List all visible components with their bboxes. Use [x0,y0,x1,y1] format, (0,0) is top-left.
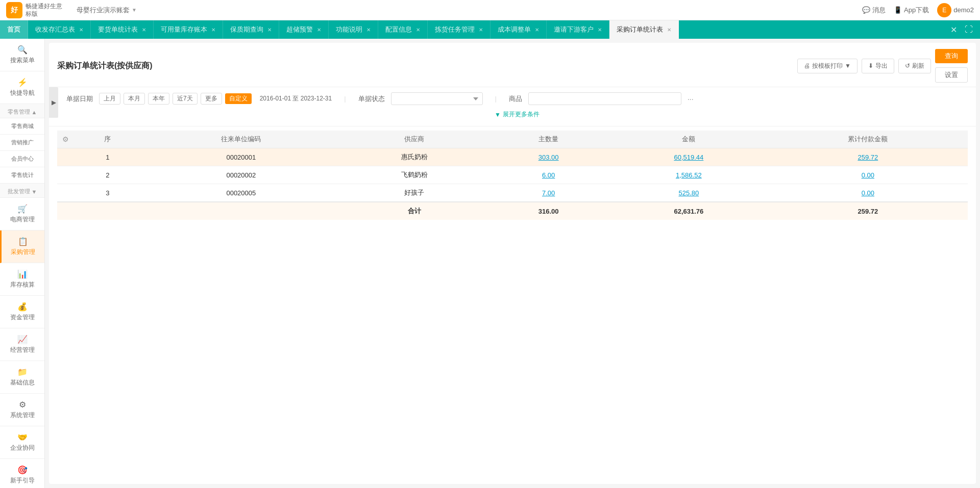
row3-paid-amount[interactable]: 0.00 [768,184,968,202]
tab-function-desc[interactable]: 功能说明 ✕ [329,20,378,39]
row2-settings [57,166,74,184]
table-settings-icon[interactable]: ⚙ [62,135,69,143]
query-button[interactable]: 查询 [935,49,968,63]
close-tab-config-info[interactable]: ✕ [416,27,420,33]
sidebar-item-purchase[interactable]: 📋 采购管理 [0,230,44,263]
export-button[interactable]: ⬇ 导出 [862,59,894,73]
sidebar-item-quick-nav[interactable]: ⚡ 快捷导航 [0,71,44,104]
user-area[interactable]: E demo2 [937,3,974,17]
top-bar-right: 💬 消息 📱 App下载 E demo2 [862,3,974,17]
sidebar: 🔍 搜索菜单 ⚡ 快捷导航 零售管理 ▲ 零售商城 营销推广 会员中心 零售统计… [0,39,45,488]
row2-paid-amount[interactable]: 0.00 [768,166,968,184]
close-tab-validity-query[interactable]: ✕ [267,27,272,33]
workspace-arrow-icon: ▼ [132,7,137,13]
date-range-text: 2016-01-01 至 2023-12-31 [260,94,332,103]
tab-home[interactable]: 首页 [0,20,28,39]
sidebar-item-system[interactable]: ⚙ 系统管理 [0,394,44,426]
message-button[interactable]: 💬 消息 [862,6,886,15]
close-tab-order-stats[interactable]: ✕ [142,27,146,33]
close-tab-invite-downstream[interactable]: ✕ [598,27,602,33]
row2-amount[interactable]: 1,586.52 [609,166,768,184]
tab-config-info[interactable]: 配置信息 ✕ [378,20,428,39]
sidebar-item-retail-stats[interactable]: 零售统计 [0,167,44,184]
print-button[interactable]: 🖨 按模板打印 ▼ [797,59,857,73]
user-avatar: E [937,3,951,17]
sidebar-section-retail[interactable]: 零售管理 ▲ [0,104,44,118]
operations-icon: 📈 [0,335,44,344]
custom-badge: 自定义 [225,93,252,104]
close-tab-cost-adjust[interactable]: ✕ [535,27,539,33]
tab-overstock-warning[interactable]: 超储预警 ✕ [279,20,329,39]
close-tab-purchase-order-stats[interactable]: ✕ [667,27,671,33]
expand-more-row: ▼ 展开更多条件 [66,105,968,121]
sidebar-item-search[interactable]: 🔍 搜索菜单 [0,39,44,71]
close-tab-pick-task[interactable]: ✕ [479,27,483,33]
table-body: 1 00020001 惠氏奶粉 303.00 60,519.44 259.72 … [57,148,968,202]
close-tab-overstock-warning[interactable]: ✕ [317,27,321,33]
close-all-tabs-button[interactable]: ✕ [946,22,961,37]
tab-order-stats[interactable]: 要货单统计表 ✕ [91,20,154,39]
footer-amount: 62,631.76 [609,202,768,220]
row1-main-qty[interactable]: 303.00 [487,148,609,166]
tab-validity-query[interactable]: 保质期查询 ✕ [223,20,279,39]
top-bar-left: 好 畅捷通好生意 标版 母婴行业演示账套 ▼ [6,2,137,18]
print-arrow-icon: ▼ [845,62,851,69]
row3-amount[interactable]: 525.80 [609,184,768,202]
date-btn-more[interactable]: 更多 [201,93,222,105]
sidebar-item-basic-info[interactable]: 📁 基础信息 [0,361,44,394]
sidebar-item-retail-store[interactable]: 零售商城 [0,118,44,135]
tab-cost-adjust[interactable]: 成本调整单 ✕ [491,20,547,39]
goods-input[interactable] [528,92,681,105]
row1-paid-amount[interactable]: 259.72 [768,148,968,166]
page-title: 采购订单统计表(按供应商) [57,61,153,71]
filter-area: ▶ 单据日期 上月 本月 本年 近7天 更多 自定义 [49,87,976,126]
sidebar-item-finance[interactable]: 💰 资金管理 [0,296,44,328]
table-area: ⚙ 序 往来单位编码 供应商 主数量 金额 累计付款金额 [49,126,976,228]
date-btn-this-month[interactable]: 本月 [124,93,145,105]
filter-toggle-button[interactable]: ▶ [49,87,58,118]
date-label: 单据日期 [66,94,93,104]
status-select[interactable] [391,92,483,105]
workspace-selector[interactable]: 母婴行业演示账套 ▼ [77,6,137,15]
date-btn-7days[interactable]: 近7天 [173,93,198,105]
refresh-button[interactable]: ↺ 刷新 [898,59,931,73]
row1-amount[interactable]: 60,519.44 [609,148,768,166]
sidebar-item-enterprise[interactable]: 🤝 企业协同 [0,426,44,459]
sidebar-item-new-guide[interactable]: 🎯 新手引导 [0,459,44,488]
page-actions: 🖨 按模板打印 ▼ ⬇ 导出 ↺ 刷新 查询 [797,49,968,83]
basic-info-icon: 📁 [0,367,44,377]
sidebar-item-inventory[interactable]: 📊 库存核算 [0,263,44,296]
row3-main-qty[interactable]: 7.00 [487,184,609,202]
enterprise-icon: 🤝 [0,432,44,442]
expand-more-button[interactable]: ▼ 展开更多条件 [495,110,540,119]
table-footer-row: 合计 316.00 62,631.76 259.72 [57,202,968,220]
row2-main-qty[interactable]: 6.00 [487,166,609,184]
tab-pick-task[interactable]: 拣货任务管理 ✕ [428,20,491,39]
app-download-button[interactable]: 📱 App下载 [894,6,929,15]
sidebar-item-operations[interactable]: 📈 经营管理 [0,328,44,361]
sidebar-section-wholesale[interactable]: 批发管理 ▼ [0,184,44,198]
logo-icon: 好 [6,2,22,18]
sidebar-item-member[interactable]: 会员中心 [0,151,44,167]
top-bar: 好 畅捷通好生意 标版 母婴行业演示账套 ▼ 💬 消息 📱 App下载 E de… [0,0,980,20]
purchase-icon: 📋 [2,237,44,246]
wholesale-arrow-icon: ▼ [32,189,37,195]
settings-button[interactable]: 设置 [935,67,968,83]
close-tab-function-desc[interactable]: ✕ [366,27,371,33]
date-btn-this-year[interactable]: 本年 [148,93,169,105]
sidebar-item-ecommerce[interactable]: 🛒 电商管理 [0,198,44,230]
goods-more-icon[interactable]: ··· [688,95,694,103]
tab-collect-pay[interactable]: 收发存汇总表 ✕ [28,20,91,39]
close-tab-available-stock[interactable]: ✕ [211,27,215,33]
tab-available-stock[interactable]: 可用量库存账本 ✕ [154,20,223,39]
col-settings: ⚙ [57,131,74,148]
maximize-button[interactable]: ⛶ [962,22,976,37]
row3-settings [57,184,74,202]
date-btn-last-month[interactable]: 上月 [99,93,120,105]
tab-invite-downstream[interactable]: 邀请下游客户 ✕ [547,20,609,39]
logo-area: 好 畅捷通好生意 标版 [6,2,62,18]
close-tab-collect-pay[interactable]: ✕ [79,27,83,33]
sidebar-item-marketing[interactable]: 营销推广 [0,135,44,151]
retail-arrow-icon: ▲ [32,109,37,115]
tab-purchase-order-stats[interactable]: 采购订单统计表 ✕ [609,20,679,39]
